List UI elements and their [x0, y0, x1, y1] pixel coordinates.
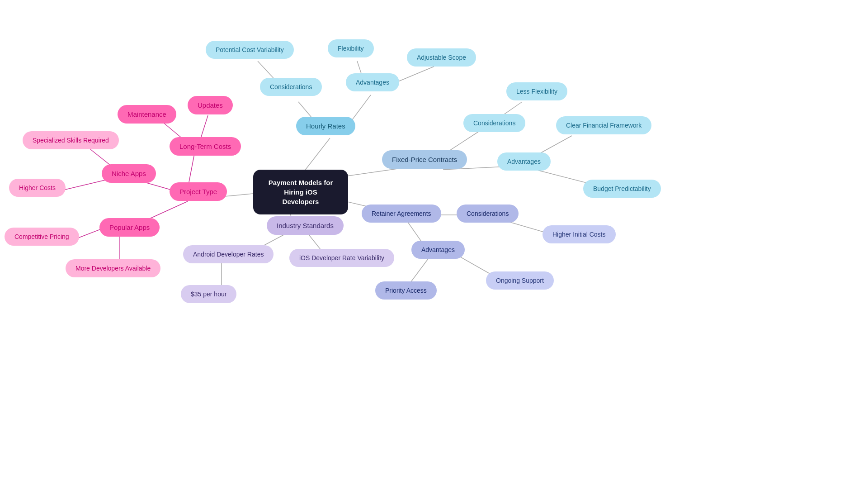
competitive-node: Competitive Pricing — [5, 228, 79, 246]
popular-apps-node: Popular Apps — [99, 218, 160, 237]
fixed-price-node: Fixed-Price Contracts — [382, 150, 467, 169]
considerations-fp-node: Considerations — [463, 114, 525, 132]
more-devs-node: More Developers Available — [66, 259, 160, 277]
svg-line-25 — [63, 179, 111, 190]
advantages-fp-node: Advantages — [497, 152, 551, 171]
specialized-node: Specialized Skills Required — [23, 131, 119, 149]
higher-costs-node: Higher Costs — [9, 179, 66, 197]
advantages-ra-node: Advantages — [411, 241, 465, 259]
industry-standards-node: Industry Standards — [267, 216, 344, 235]
budget-pred-node: Budget Predictability — [583, 180, 661, 198]
niche-apps-node: Niche Apps — [102, 164, 156, 183]
ongoing-support-node: Ongoing Support — [486, 271, 554, 290]
ios-variability-node: iOS Developer Rate Variability — [289, 249, 394, 267]
maintenance-node: Maintenance — [118, 105, 176, 124]
considerations-hr-node: Considerations — [260, 78, 322, 96]
considerations-ra-node: Considerations — [457, 205, 519, 223]
center-node: Payment Models for Hiring iOSDevelopers — [253, 170, 348, 214]
long-term-node: Long-Term Costs — [170, 137, 241, 156]
advantages-hr-node: Advantages — [346, 73, 399, 91]
higher-initial-node: Higher Initial Costs — [542, 225, 616, 243]
retainer-node: Retainer Agreements — [362, 205, 441, 223]
priority-access-node: Priority Access — [375, 281, 437, 300]
35-per-hour-node: $35 per hour — [181, 285, 236, 303]
project-type-node: Project Type — [170, 182, 227, 201]
clear-financial-node: Clear Financial Framework — [556, 116, 651, 134]
potential-cost-node: Potential Cost Variability — [206, 41, 294, 59]
svg-line-1 — [344, 167, 407, 176]
adjustable-scope-node: Adjustable Scope — [407, 48, 476, 67]
flexibility-node: Flexibility — [328, 39, 374, 57]
less-flexibility-node: Less Flexibility — [506, 82, 567, 100]
updates-node: Updates — [188, 96, 233, 114]
android-rates-node: Android Developer Rates — [183, 245, 274, 263]
hourly-rates-node: Hourly Rates — [296, 117, 355, 135]
